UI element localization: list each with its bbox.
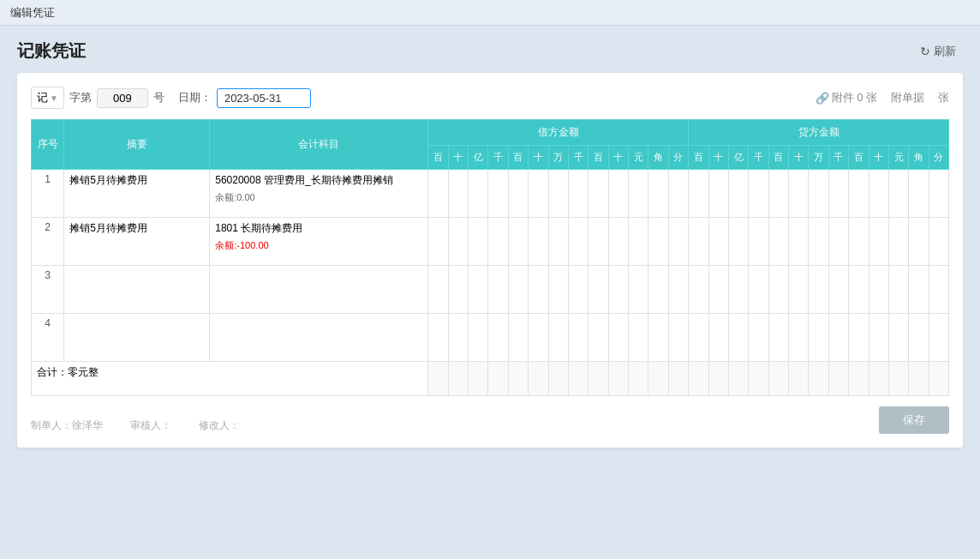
title-bar: 编辑凭证 — [0, 0, 980, 26]
dh-12: 角 — [648, 146, 668, 170]
title-bar-label: 编辑凭证 — [10, 5, 55, 21]
attachment-link[interactable]: 🔗 附件 0 张 — [816, 90, 877, 105]
th-account: 会计科目 — [210, 120, 428, 170]
row-seq-1: 1 — [32, 170, 64, 218]
table-row: 1 摊销5月待摊费用 56020008 管理费用_长期待摊费用摊销 余额:0.0… — [32, 170, 949, 218]
refresh-label: 刷新 — [934, 44, 956, 59]
balance-2: 余额:-100.00 — [215, 239, 422, 252]
num-suffix: 号 — [153, 90, 164, 105]
maker-label: 制单人：徐泽华 — [31, 418, 103, 433]
row-seq-2: 2 — [32, 218, 64, 266]
date-group: 日期： — [178, 88, 311, 108]
row-account-2[interactable]: 1801 长期待摊费用 余额:-100.00 — [210, 218, 428, 266]
row-account-3[interactable] — [210, 266, 428, 314]
attach-label: 附件 0 张 — [832, 90, 877, 105]
row-summary-3[interactable] — [64, 266, 210, 314]
dh-1: 百 — [428, 146, 448, 170]
table-container: 序号 摘要 会计科目 借方金额 贷方金额 百 十 亿 千 百 十 万 — [31, 119, 949, 396]
ch-3: 亿 — [728, 146, 748, 170]
th-debit: 借方金额 — [428, 120, 689, 146]
ch-6: 十 — [789, 146, 809, 170]
dh-11: 元 — [629, 146, 648, 170]
ch-11: 元 — [888, 146, 908, 170]
dh-2: 十 — [448, 146, 468, 170]
main-content: 记账凭证 ↻ 刷新 记 ▼ 字第 号 日期： 🔗 — [0, 26, 980, 559]
account-name-1: 56020008 管理费用_长期待摊费用摊销 — [215, 173, 422, 188]
voucher-card: 记 ▼ 字第 号 日期： 🔗 附件 0 张 附单据 张 — [17, 73, 963, 448]
refresh-icon: ↻ — [920, 45, 930, 58]
page-header: 记账凭证 ↻ 刷新 — [17, 39, 963, 63]
prefix-group: 记 ▼ 字第 号 — [31, 87, 164, 109]
total-row: 合计：零元整 — [32, 362, 949, 396]
date-label: 日期： — [178, 90, 212, 105]
dh-10: 十 — [608, 146, 628, 170]
attachment-area: 🔗 附件 0 张 附单据 张 — [816, 90, 949, 105]
ch-1: 百 — [689, 146, 708, 170]
dh-13: 分 — [668, 146, 688, 170]
th-seq: 序号 — [32, 120, 64, 170]
prefix-value: 记 — [37, 90, 48, 105]
attach-single[interactable]: 附单据 — [891, 90, 924, 105]
balance-1: 余额:0.00 — [215, 191, 422, 204]
row-account-4[interactable] — [210, 314, 428, 362]
table-row: 2 摊销5月待摊费用 1801 长期待摊费用 余额:-100.00 — [32, 218, 949, 266]
row-seq-3: 3 — [32, 266, 64, 314]
ch-8: 千 — [828, 146, 848, 170]
footer-info: 制单人：徐泽华 审核人： 修改人： — [31, 418, 240, 433]
row-summary-2[interactable]: 摊销5月待摊费用 — [64, 218, 210, 266]
table-row: 4 — [32, 314, 949, 362]
th-summary: 摘要 — [64, 120, 210, 170]
form-row: 记 ▼ 字第 号 日期： 🔗 附件 0 张 附单据 张 — [31, 87, 949, 109]
dh-7: 万 — [548, 146, 568, 170]
chevron-down-icon: ▼ — [50, 93, 58, 103]
prefix-select[interactable]: 记 ▼ — [31, 87, 64, 109]
ch-2: 十 — [708, 146, 728, 170]
ch-9: 百 — [849, 146, 869, 170]
dh-9: 百 — [589, 146, 608, 170]
total-label: 合计：零元整 — [32, 362, 428, 396]
row-seq-4: 4 — [32, 314, 64, 362]
auditor-label: 审核人： — [130, 418, 171, 433]
dh-3: 亿 — [469, 146, 488, 170]
date-input[interactable] — [217, 88, 311, 108]
save-button[interactable]: 保存 — [879, 406, 949, 434]
row-summary-4[interactable] — [64, 314, 210, 362]
ch-4: 千 — [749, 146, 768, 170]
th-credit: 贷方金额 — [689, 120, 949, 146]
row-summary-1[interactable]: 摊销5月待摊费用 — [64, 170, 210, 218]
dh-5: 百 — [508, 146, 528, 170]
dh-4: 千 — [488, 146, 508, 170]
refresh-button[interactable]: ↻ 刷新 — [913, 40, 963, 63]
ch-13: 分 — [929, 146, 948, 170]
header-row-1: 序号 摘要 会计科目 借方金额 贷方金额 — [32, 120, 949, 146]
page-title: 记账凭证 — [17, 39, 86, 63]
table-row: 3 — [32, 266, 949, 314]
row-account-1[interactable]: 56020008 管理费用_长期待摊费用摊销 余额:0.00 — [210, 170, 428, 218]
ch-5: 百 — [768, 146, 788, 170]
dh-8: 千 — [568, 146, 588, 170]
voucher-number-input[interactable] — [97, 88, 148, 108]
voucher-table: 序号 摘要 会计科目 借方金额 贷方金额 百 十 亿 千 百 十 万 — [31, 119, 949, 396]
footer: 制单人：徐泽华 审核人： 修改人： 保存 — [31, 406, 949, 434]
attach-count: 张 — [938, 90, 949, 105]
account-name-2: 1801 长期待摊费用 — [215, 221, 422, 236]
ch-7: 万 — [809, 146, 828, 170]
paperclip-icon: 🔗 — [816, 92, 829, 105]
dh-6: 十 — [529, 146, 548, 170]
ch-12: 角 — [909, 146, 929, 170]
ch-10: 十 — [869, 146, 888, 170]
zi-label: 字第 — [69, 90, 92, 105]
modifier-label: 修改人： — [199, 418, 240, 433]
